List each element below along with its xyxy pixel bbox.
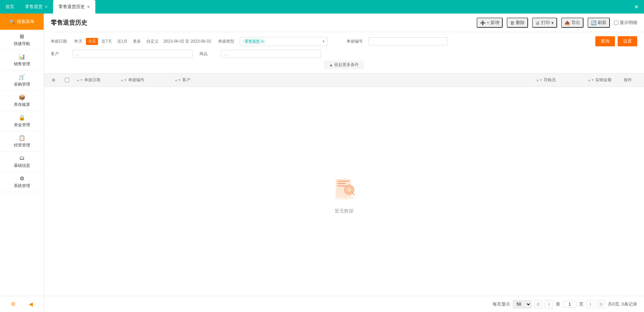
sidebar-item-purchase-mgmt-label: 采购管理: [14, 82, 30, 87]
order-num-input[interactable]: [368, 37, 448, 45]
th-date[interactable]: ▲▼ 单据日期: [74, 77, 118, 83]
sidebar-item-finance[interactable]: 🔒 资金管理: [0, 111, 44, 131]
refresh-button[interactable]: 🔄 刷新: [588, 18, 610, 28]
svg-line-7: [352, 193, 354, 195]
sidebar-item-sales-mgmt[interactable]: 📊 销售管理: [0, 50, 44, 70]
per-page-select[interactable]: 50 20 100: [513, 300, 531, 308]
type-tag-close[interactable]: ✕: [261, 40, 264, 43]
inventory-icon: 📦: [19, 94, 25, 101]
th-settings[interactable]: ⚙: [47, 78, 60, 83]
sales-mgmt-icon: 📊: [19, 53, 25, 60]
header-actions: ➕ + 新增 🗑 删除 🖨 打印 ▾ 📤 导出 🔄: [477, 18, 637, 28]
sidebar-nav: ⊞ 快捷导航 📊 销售管理 🛒 采购管理 📦 库存核算 🔒 资金管理 📋: [0, 30, 44, 296]
refresh-icon: 🔄: [591, 20, 596, 25]
select-all-checkbox[interactable]: [65, 78, 69, 82]
collapse-button[interactable]: ▲ 收起更多条件: [324, 61, 364, 69]
sidebar-item-purchase-mgmt[interactable]: 🛒 采购管理: [0, 70, 44, 91]
tab-home[interactable]: 首页: [0, 0, 20, 14]
new-icon: ➕: [480, 20, 485, 25]
delete-icon: 🗑: [510, 20, 515, 25]
pagination-bar: 每页显示 50 20 100 ⟨⟨ ⟨ 第 页 ⟩ ⟩⟩ 共0页, 0条记录: [44, 296, 644, 312]
tab-retail-return-history[interactable]: 零售退货历史 ✕: [53, 0, 95, 14]
print-button[interactable]: 🖨 打印 ▾: [532, 18, 557, 28]
new-button[interactable]: ➕ + 新增: [477, 18, 503, 28]
th-customer[interactable]: ▲▼ 客户: [172, 77, 533, 83]
sidebar: 🔍 搜索菜单 ⊞ 快捷导航 📊 销售管理 🛒 采购管理 📦 库存核算 🔒: [0, 14, 44, 312]
filter-area: 单据日期 昨天 今天 近7天 近1月 更多 自定义 2023-06-02 至 2…: [44, 32, 644, 73]
tab-bar: 首页 零售退货 ✕ 零售退货历史 ✕ ✕: [0, 0, 644, 14]
th-order-num-label: 单据编号: [128, 77, 144, 83]
page-prev-btn[interactable]: ⟨: [545, 300, 553, 308]
page-title: 零售退货历史: [51, 19, 87, 27]
goods-label: 商品: [199, 51, 218, 57]
collapse-sidebar-icon[interactable]: ◀: [29, 301, 33, 307]
page-input[interactable]: [563, 301, 576, 308]
tab-retail-return-history-label: 零售退货历史: [58, 4, 85, 10]
filter-row-1: 单据日期 昨天 今天 近7天 近1月 更多 自定义 2023-06-02 至 2…: [51, 36, 637, 46]
filter-row-2: 客户 商品: [51, 50, 637, 58]
date-today[interactable]: 今天: [86, 38, 98, 45]
th-amount[interactable]: ▲▼ 实销金额: [574, 77, 614, 83]
finance-icon: 🔒: [19, 114, 25, 121]
sidebar-item-quick-nav[interactable]: ⊞ 快捷导航: [0, 30, 44, 50]
date-custom[interactable]: 自定义: [144, 38, 161, 45]
type-label: 单据类型: [218, 39, 237, 44]
page-first-btn[interactable]: ⟨⟨: [534, 300, 542, 308]
date-last1m[interactable]: 近1月: [115, 38, 130, 45]
tab-retail-return-label: 零售退货: [25, 4, 43, 10]
th-checkbox[interactable]: [60, 78, 74, 82]
settings-bottom-icon[interactable]: ⚙: [11, 301, 16, 307]
display-checkbox[interactable]: [614, 21, 618, 25]
main-layout: 🔍 搜索菜单 ⊞ 快捷导航 📊 销售管理 🛒 采购管理 📦 库存核算 🔒: [0, 14, 644, 312]
window-close-icon[interactable]: ✕: [634, 4, 639, 10]
th-amount-label: 实销金额: [595, 77, 612, 83]
th-customer-label: 客户: [182, 77, 190, 83]
sort-guide-icon: ▲▼: [536, 79, 543, 82]
purchase-mgmt-icon: 🛒: [19, 73, 25, 80]
date-last7[interactable]: 近7天: [99, 38, 114, 45]
tab-retail-return-close[interactable]: ✕: [45, 5, 48, 9]
goods-input[interactable]: [221, 50, 321, 58]
type-tag: 零售退货 ✕: [243, 39, 266, 44]
column-settings-icon[interactable]: ⚙: [52, 78, 55, 83]
per-page-label: 每页显示: [493, 301, 510, 307]
page-next-btn[interactable]: ⟩: [586, 300, 594, 308]
type-select[interactable]: 零售退货 ✕ ▾: [240, 37, 328, 46]
page-header: 零售退货历史 ➕ + 新增 🗑 删除 🖨 打印 ▾ 📤 导出: [44, 14, 644, 32]
sidebar-item-inventory[interactable]: 📦 库存核算: [0, 91, 44, 111]
display-toggle[interactable]: 显示明细: [614, 20, 637, 26]
date-more[interactable]: 更多: [131, 38, 143, 45]
svg-rect-3: [337, 183, 346, 184]
date-label: 单据日期: [51, 39, 70, 44]
th-operation-label: 操作: [624, 77, 632, 83]
th-order-num[interactable]: ▲▼ 单据编号: [118, 77, 172, 83]
quick-nav-icon: ⊞: [19, 33, 25, 40]
sidebar-item-operations-label: 经营管理: [14, 142, 30, 148]
tab-home-label: 首页: [5, 4, 14, 10]
th-guide[interactable]: ▲▼ 导购员: [533, 77, 574, 83]
empty-text: 暂无数据: [335, 208, 354, 214]
sidebar-item-sys-mgmt[interactable]: ⚙ 系统管理: [0, 172, 44, 192]
query-button[interactable]: 查询: [595, 36, 615, 46]
date-range-value: 2023-06-02 至 2023-06-02: [163, 39, 211, 44]
sidebar-item-operations[interactable]: 📋 经营管理: [0, 131, 44, 152]
tab-retail-return-history-close[interactable]: ✕: [87, 5, 90, 9]
date-yesterday[interactable]: 昨天: [72, 38, 85, 45]
tab-retail-return[interactable]: 零售退货 ✕: [20, 0, 53, 14]
sidebar-item-base-info[interactable]: 🗂 基础信息: [0, 152, 44, 172]
type-tag-label: 零售退货: [245, 39, 260, 44]
sidebar-item-finance-label: 资金管理: [14, 122, 30, 128]
settings-button[interactable]: 设置: [618, 36, 637, 46]
sidebar-search[interactable]: 🔍 搜索菜单: [0, 14, 44, 30]
empty-state: 暂无数据: [44, 87, 644, 296]
page-last-btn[interactable]: ⟩⟩: [597, 300, 605, 308]
delete-button[interactable]: 🗑 删除: [507, 18, 528, 28]
filter-type: 单据类型 零售退货 ✕ ▾: [218, 37, 340, 46]
order-num-label: 单据编号: [347, 39, 365, 44]
filter-order-num: 单据编号: [347, 37, 448, 45]
customer-input[interactable]: [72, 50, 193, 58]
date-options: 昨天 今天 近7天 近1月 更多 自定义 2023-06-02 至 2023-0…: [72, 38, 211, 45]
export-button[interactable]: 📤 导出: [561, 18, 583, 28]
svg-rect-2: [337, 181, 349, 182]
filter-customer: 客户: [51, 50, 193, 58]
